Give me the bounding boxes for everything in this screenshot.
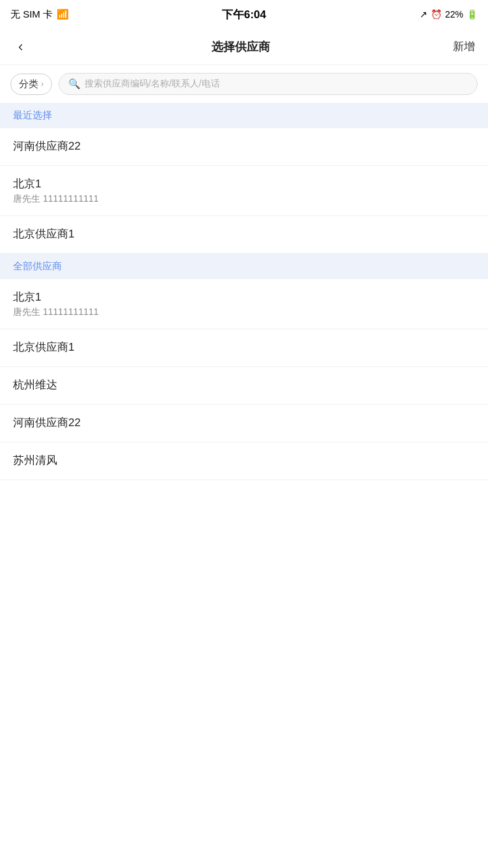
list-item-name: 北京1 [13, 290, 475, 305]
status-bar-right: ↗ ⏰ 22% 🔋 [420, 9, 478, 20]
chevron-right-icon: › [41, 79, 44, 88]
nav-bar: ‹ 选择供应商 新增 [0, 29, 488, 65]
all-list-item[interactable]: 河南供应商22 [0, 405, 488, 442]
all-list-item[interactable]: 北京供应商1 [0, 329, 488, 367]
list-item-name: 杭州维达 [13, 377, 475, 392]
all-list-item[interactable]: 北京1唐先生 11111111111 [0, 279, 488, 329]
battery-label: 22% [445, 9, 463, 20]
recent-list-item[interactable]: 北京供应商1 [0, 216, 488, 254]
list-item-sub: 唐先生 11111111111 [13, 306, 475, 318]
filter-row: 分类 › 🔍 搜索供应商编码/名称/联系人/电话 [0, 65, 488, 103]
recent-section-header: 最近选择 [0, 103, 488, 128]
battery-icon: 🔋 [467, 9, 478, 20]
search-box[interactable]: 🔍 搜索供应商编码/名称/联系人/电话 [59, 73, 478, 95]
list-item-name: 北京供应商1 [13, 340, 475, 355]
recent-list-item[interactable]: 河南供应商22 [0, 128, 488, 166]
recent-list-item[interactable]: 北京1唐先生 11111111111 [0, 166, 488, 216]
list-item-name: 北京1 [13, 176, 475, 191]
status-bar-left: 无 SIM 卡 📶 [10, 8, 69, 21]
all-list: 北京1唐先生 11111111111北京供应商1杭州维达河南供应商22苏州清风 [0, 279, 488, 480]
alarm-icon: ⏰ [431, 9, 442, 20]
back-button[interactable]: ‹ [13, 33, 28, 61]
list-item-name: 北京供应商1 [13, 226, 475, 241]
carrier-label: 无 SIM 卡 [10, 8, 53, 21]
list-item-sub: 唐先生 11111111111 [13, 193, 475, 205]
recent-list: 河南供应商22北京1唐先生 11111111111北京供应商1 [0, 128, 488, 254]
location-icon: ↗ [420, 9, 427, 20]
search-placeholder: 搜索供应商编码/名称/联系人/电话 [85, 78, 220, 90]
category-button[interactable]: 分类 › [10, 74, 52, 95]
page-title: 选择供应商 [211, 39, 270, 55]
list-item-name: 苏州清风 [13, 453, 475, 468]
list-item-name: 河南供应商22 [13, 139, 475, 154]
all-section-header: 全部供应商 [0, 254, 488, 279]
all-list-item[interactable]: 杭州维达 [0, 367, 488, 405]
all-section-title: 全部供应商 [13, 260, 62, 271]
list-item-name: 河南供应商22 [13, 415, 475, 430]
wifi-icon: 📶 [57, 8, 69, 20]
recent-section-title: 最近选择 [13, 109, 52, 120]
status-bar: 无 SIM 卡 📶 下午6:04 ↗ ⏰ 22% 🔋 [0, 0, 488, 29]
category-label: 分类 [19, 78, 38, 90]
add-button[interactable]: 新增 [453, 39, 475, 54]
status-bar-time: 下午6:04 [222, 7, 266, 22]
all-list-item[interactable]: 苏州清风 [0, 442, 488, 480]
search-icon: 🔍 [68, 78, 81, 90]
